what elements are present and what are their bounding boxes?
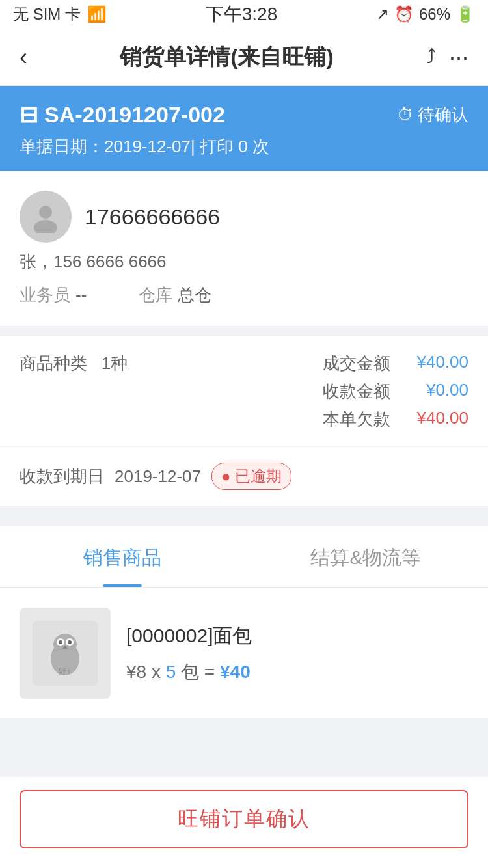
order-date: 单据日期：2019-12-07| 打印 0 次 [20, 135, 468, 158]
product-card: 野+ [0000002]面包 ¥8 x 5 包 = ¥40 [0, 588, 488, 718]
svg-text:野+: 野+ [59, 667, 71, 676]
svg-point-4 [53, 634, 77, 655]
svg-point-1 [34, 220, 57, 233]
wifi-icon: 📶 [87, 5, 107, 23]
price-unit: ¥8 [126, 662, 146, 682]
customer-name-info: 张，156 6666 6666 [20, 251, 468, 273]
warehouse-label: 仓库 [139, 284, 172, 306]
sales-label: 业务员 [20, 284, 70, 306]
due-date-value: 2019-12-07 [115, 467, 201, 487]
warning-icon: ● [221, 467, 231, 485]
product-name: [0000002]面包 [126, 623, 468, 649]
location-icon: ↗ [376, 5, 389, 23]
avatar [20, 191, 72, 243]
product-unit: 包 [181, 662, 199, 682]
customer-phone: 17666666666 [85, 204, 220, 230]
customer-meta: 业务员 -- 仓库 总仓 [20, 284, 468, 306]
product-total: ¥40 [220, 662, 251, 682]
multiply-sign: x [152, 662, 166, 682]
page-title: 销货单详情(来自旺铺) [120, 42, 334, 72]
owed-amount-label: 本单欠款 [323, 408, 390, 431]
tab-settlement[interactable]: 结算&物流等 [244, 526, 488, 587]
nav-bar: ‹ 销货单详情(来自旺铺) ⤴ ··· [0, 29, 488, 86]
confirm-order-button[interactable]: 旺铺订单确认 [20, 790, 468, 848]
sales-value: -- [75, 285, 87, 305]
status-right: ↗ ⏰ 66% 🔋 [376, 5, 475, 23]
battery-icon: 🔋 [455, 5, 475, 23]
status-bar: 无 SIM 卡 📶 下午3:28 ↗ ⏰ 66% 🔋 [0, 0, 488, 29]
equals-sign: = [204, 662, 220, 682]
svg-point-0 [39, 206, 52, 219]
share-button[interactable]: ⤴ [426, 46, 436, 68]
deal-amount-value: ¥40.00 [403, 352, 468, 375]
svg-point-7 [59, 640, 62, 644]
product-price: ¥8 x 5 包 = ¥40 [126, 660, 468, 685]
customer-card: 17666666666 张，156 6666 6666 业务员 -- 仓库 总仓 [0, 171, 488, 326]
svg-point-8 [68, 640, 72, 644]
summary-card: 商品种类 1种 成交金额 ¥40.00 收款金额 ¥0.00 本单欠款 ¥40.… [0, 336, 488, 446]
product-info: [0000002]面包 ¥8 x 5 包 = ¥40 [126, 623, 468, 685]
alarm-icon: ⏰ [394, 5, 414, 23]
order-icon: ⊟ [20, 102, 38, 128]
due-date-label: 收款到期日 [20, 465, 104, 488]
product-quantity: 5 [166, 662, 176, 682]
status-left: 无 SIM 卡 📶 [13, 4, 107, 25]
due-date-row: 收款到期日 2019-12-07 ● 已逾期 [0, 446, 488, 506]
product-type-label: 商品种类 [20, 353, 87, 373]
receipt-amount-value: ¥0.00 [403, 380, 468, 403]
divider-2 [0, 506, 488, 516]
battery-label: 66% [419, 5, 450, 23]
warehouse-value: 总仓 [178, 284, 211, 306]
clock-icon: ⏱ [397, 105, 414, 125]
order-status: ⏱ 待确认 [397, 103, 468, 126]
back-button[interactable]: ‹ [20, 44, 27, 71]
sim-label: 无 SIM 卡 [13, 4, 81, 25]
owed-amount-value: ¥40.00 [403, 408, 468, 431]
divider-1 [0, 326, 488, 336]
product-type-value: 1种 [102, 353, 128, 373]
receipt-amount-label: 收款金额 [323, 380, 390, 403]
product-image: 野+ [20, 608, 111, 699]
time-display: 下午3:28 [206, 2, 278, 27]
bottom-bar: 旺铺订单确认 [0, 777, 488, 868]
tabs: 销售商品 结算&物流等 [0, 526, 488, 588]
order-id: ⊟ SA-20191207-002 [20, 102, 225, 128]
deal-amount-label: 成交金额 [323, 352, 390, 375]
order-header: ⊟ SA-20191207-002 ⏱ 待确认 单据日期：2019-12-07|… [0, 86, 488, 171]
tab-sales-product[interactable]: 销售商品 [0, 526, 244, 587]
more-button[interactable]: ··· [449, 44, 468, 71]
overdue-badge: ● 已逾期 [211, 463, 291, 490]
